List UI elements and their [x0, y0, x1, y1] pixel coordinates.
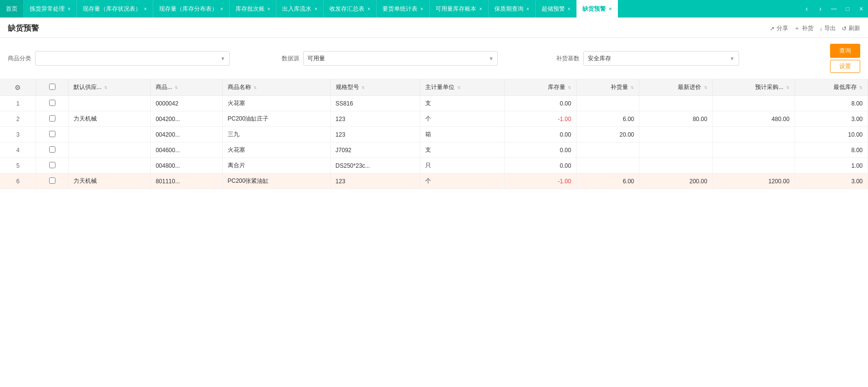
cell-rownum-5: 6: [0, 174, 36, 189]
nav-maximize-button[interactable]: □: [841, 0, 854, 18]
select-all-checkbox[interactable]: [49, 84, 55, 90]
nav-tab-close-7[interactable]: ×: [420, 6, 423, 12]
nav-tab-label-10: 超储预警: [542, 5, 565, 13]
cell-replenish-5: 6.00: [576, 174, 639, 189]
nav-tab-2[interactable]: 现存量（库存状况表）×: [77, 0, 153, 18]
nav-tab-close-1[interactable]: ×: [68, 6, 71, 12]
nav-tab-close-6[interactable]: ×: [367, 6, 370, 12]
nav-tab-close-2[interactable]: ×: [144, 6, 147, 12]
cell-estpurchase-5: 1200.00: [712, 174, 795, 189]
nav-minimize-button[interactable]: —: [827, 0, 841, 18]
th-estpurchase-label: 预计采购...: [755, 84, 783, 90]
spec-sort-icon: ⇅: [362, 86, 365, 90]
export-icon: ↓: [819, 25, 822, 32]
cell-spec-1: 123: [330, 111, 420, 127]
cell-unit-3: 支: [420, 142, 505, 158]
nav-prev-button[interactable]: ‹: [800, 0, 814, 18]
nav-close-button[interactable]: ×: [854, 0, 868, 18]
th-goodsname[interactable]: 商品名称 ⇅: [222, 79, 330, 96]
settings-button[interactable]: 设置: [830, 60, 860, 73]
cell-stock-1: -1.00: [505, 111, 577, 127]
nav-tab-label-11: 缺货预警: [582, 5, 606, 13]
cell-goodscode-3: 004600...: [150, 142, 222, 158]
cell-latestprice-4: [639, 158, 712, 174]
replenish-button[interactable]: ＋ 补货: [794, 24, 814, 33]
nav-tab-label-4: 库存批次账: [235, 5, 265, 13]
nav-tab-10[interactable]: 超储预警×: [536, 0, 577, 18]
nav-tab-close-3[interactable]: ×: [220, 6, 223, 12]
row-checkbox-3[interactable]: [49, 146, 55, 153]
th-goodscode[interactable]: 商品... ⇅: [150, 79, 222, 96]
th-spec[interactable]: 规格型号 ⇅: [330, 79, 420, 96]
latestprice-sort-icon: ⇅: [704, 86, 707, 90]
nav-tab-close-5[interactable]: ×: [314, 6, 317, 12]
share-button[interactable]: ↗ 分享: [770, 24, 788, 33]
nav-tab-3[interactable]: 现存量（库存分布表）×: [153, 0, 230, 18]
row-checkbox-1[interactable]: [49, 115, 55, 122]
nav-tab-close-10[interactable]: ×: [568, 6, 571, 12]
nav-tab-close-4[interactable]: ×: [268, 6, 271, 12]
cell-estpurchase-1: 480.00: [712, 111, 795, 127]
th-replenish[interactable]: 补货量 ⇅: [576, 79, 639, 96]
nav-tab-label-8: 可用量库存账本: [435, 5, 476, 13]
nav-tab-5[interactable]: 出入库流水×: [276, 0, 324, 18]
nav-tab-1[interactable]: 拣货异常处理×: [24, 0, 77, 18]
cell-minstock-1: 3.00: [795, 111, 868, 127]
cell-unit-2: 箱: [420, 127, 505, 142]
nav-tab-6[interactable]: 收发存汇总表×: [324, 0, 377, 18]
cell-stock-5: -1.00: [505, 174, 577, 189]
th-latestprice-label: 最新进价: [678, 84, 701, 90]
nav-tab-0[interactable]: 首页: [0, 0, 24, 18]
th-minstock-label: 最低库存: [833, 84, 857, 90]
cell-spec-0: SS816: [330, 96, 420, 111]
row-checkbox-0[interactable]: [49, 100, 55, 106]
row-checkbox-5[interactable]: [49, 177, 55, 184]
nav-tab-close-11[interactable]: ×: [609, 6, 612, 12]
cell-rownum-1: 2: [0, 111, 36, 127]
nav-tab-4[interactable]: 库存批次账×: [230, 0, 277, 18]
nav-tab-label-6: 收发存汇总表: [329, 5, 364, 13]
th-unit[interactable]: 主计量单位 ⇅: [420, 79, 505, 96]
category-select[interactable]: ▼: [35, 51, 230, 66]
column-settings-icon[interactable]: ⚙: [15, 84, 21, 91]
th-minstock[interactable]: 最低库存 ⇅: [795, 79, 868, 96]
nav-tab-close-8[interactable]: ×: [479, 6, 482, 12]
nav-next-button[interactable]: ›: [814, 0, 827, 18]
th-goodsname-label: 商品名称: [228, 84, 251, 90]
cell-rownum-2: 3: [0, 127, 36, 142]
cell-check-0: [36, 96, 69, 111]
cell-unit-1: 个: [420, 111, 505, 127]
nav-tab-9[interactable]: 保质期查询×: [488, 0, 536, 18]
nav-tab-8[interactable]: 可用量库存账本×: [430, 0, 488, 18]
page-title: 缺货预警: [8, 23, 770, 34]
th-goodscode-label: 商品...: [156, 84, 172, 90]
cell-stock-4: 0.00: [505, 158, 577, 174]
th-stock[interactable]: 库存量 ⇅: [505, 79, 577, 96]
replenish-base-label: 补货基数: [556, 54, 579, 63]
th-supplier-label: 默认供应...: [73, 84, 102, 90]
nav-tab-11[interactable]: 缺货预警×: [577, 0, 618, 18]
cell-unit-5: 个: [420, 174, 505, 189]
estpurchase-sort-icon: ⇅: [786, 86, 790, 90]
row-checkbox-4[interactable]: [49, 162, 55, 168]
nav-tab-close-9[interactable]: ×: [526, 6, 529, 12]
th-estpurchase[interactable]: 预计采购... ⇅: [712, 79, 795, 96]
th-supplier[interactable]: 默认供应... ⇅: [68, 79, 150, 96]
cell-supplier-0: [68, 96, 150, 111]
export-button[interactable]: ↓ 导出: [819, 24, 836, 33]
header-actions: ↗ 分享 ＋ 补货 ↓ 导出 ↺ 刷新: [770, 24, 860, 33]
refresh-button[interactable]: ↺ 刷新: [842, 24, 860, 33]
row-checkbox-2[interactable]: [49, 131, 55, 137]
table-container: ⚙ 默认供应... ⇅ 商品... ⇅ 商品名称 ⇅: [0, 79, 868, 189]
cell-supplier-3: [68, 142, 150, 158]
query-button[interactable]: 查询: [830, 44, 860, 58]
nav-tab-label-9: 保质期查询: [494, 5, 524, 13]
datasource-select[interactable]: 可用量 ▼: [303, 51, 498, 66]
replenish-base-select[interactable]: 安全库存 ▼: [583, 51, 739, 66]
cell-rownum-3: 4: [0, 142, 36, 158]
cell-minstock-3: 8.00: [795, 142, 868, 158]
cell-spec-4: DS250*23c...: [330, 158, 420, 174]
table-body: 10000042火花塞SS816支0.008.002力天机械004200...P…: [0, 96, 868, 189]
th-latestprice[interactable]: 最新进价 ⇅: [639, 79, 712, 96]
nav-tab-7[interactable]: 要货单统计表×: [377, 0, 430, 18]
